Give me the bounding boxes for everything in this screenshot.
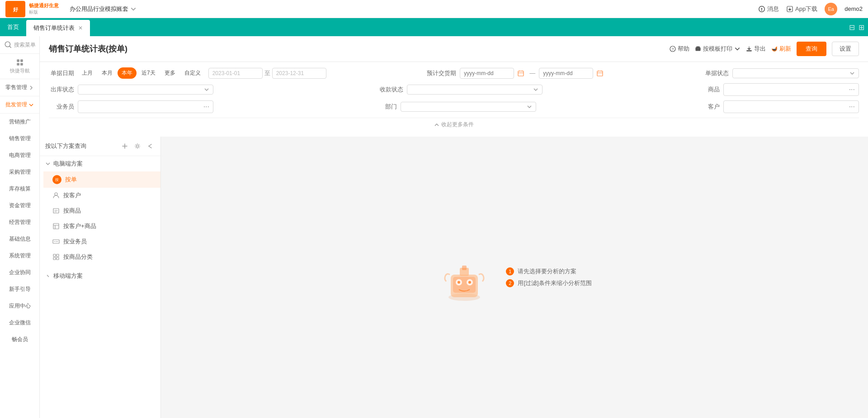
salesperson-select[interactable]: ···: [78, 100, 213, 113]
expected-date-range: —: [460, 68, 605, 79]
salesperson-label: 业务员: [49, 103, 74, 111]
tab-sales-order-stats[interactable]: 销售订单统计表 ✕: [26, 20, 90, 36]
date-btn-this-month[interactable]: 本月: [98, 67, 117, 79]
customer-select[interactable]: ···: [723, 100, 859, 113]
left-panel-settings[interactable]: [132, 141, 142, 151]
expected-date-label: 预计交货期: [425, 69, 456, 77]
date-range-start[interactable]: [208, 68, 263, 79]
query-button[interactable]: 查询: [797, 42, 826, 56]
order-status-select[interactable]: [732, 68, 859, 78]
workspace-selector[interactable]: 办公用品行业模拟账套: [70, 5, 137, 13]
date-btn-more[interactable]: 更多: [160, 67, 179, 79]
sidebar-ecommerce[interactable]: 电商管理: [0, 147, 39, 164]
svg-rect-7: [20, 63, 23, 66]
payment-select[interactable]: [407, 85, 542, 95]
content-area: 销售订单统计表(按单) ? 帮助 按模板打印 导出 刷新: [40, 36, 868, 418]
delivery-select[interactable]: [78, 85, 213, 95]
main-layout: 搜索菜单 快捷导航 零售管理 批发管理 营销推广 销售管理 电商管理: [0, 36, 868, 418]
date-btn-custom[interactable]: 自定义: [180, 67, 205, 79]
expected-date-end[interactable]: [539, 68, 593, 79]
tree-item-by-goods[interactable]: 按商品: [43, 203, 160, 218]
sidebar-marketing[interactable]: 营销推广: [0, 114, 39, 130]
left-panel-title: 按以下方案查询: [45, 142, 117, 150]
sidebar-search-label: 搜索菜单: [14, 41, 36, 49]
date-range-end[interactable]: [272, 68, 326, 79]
filter-section: 单据日期 上月 本月 本年 近7天 更多 自定义 至 预计交货期: [40, 62, 868, 137]
empty-tip-1: 1 请先选择要分析的方案: [506, 267, 591, 276]
app-subtitle: 标版: [29, 9, 59, 15]
sidebar-newbie[interactable]: 新手引导: [0, 281, 39, 298]
expected-date-start[interactable]: [460, 68, 514, 79]
empty-tip-2: 2 用[过滤]条件来缩小分析范围: [506, 279, 591, 287]
sidebar-system[interactable]: 系统管理: [0, 247, 39, 264]
svg-rect-12: [518, 71, 524, 76]
template-print-button[interactable]: 按模板打印: [695, 45, 741, 53]
avatar-text: Ea: [828, 6, 834, 12]
date-btn-this-year[interactable]: 本年: [118, 67, 137, 79]
sidebar-retail-label: 零售管理: [5, 84, 27, 91]
tip-num-1: 1: [506, 267, 514, 276]
tree-item-by-order[interactable]: 按 按单: [43, 171, 160, 188]
date-btn-7days[interactable]: 近7天: [137, 67, 160, 79]
sidebar-wholesale[interactable]: 批发管理: [0, 96, 39, 113]
set-button[interactable]: 设置: [832, 42, 859, 56]
collapse-filter[interactable]: 收起更多条件: [49, 118, 859, 131]
sidebar-basic[interactable]: 基础信息: [0, 231, 39, 247]
sidebar-operation[interactable]: 经营管理: [0, 214, 39, 231]
tree-item-by-customer[interactable]: 按客户: [43, 188, 160, 203]
export-label: 导出: [754, 45, 766, 53]
user-name: demo2: [844, 5, 863, 12]
sidebar-app-center[interactable]: 应用中心: [0, 298, 39, 314]
help-button[interactable]: ? 帮助: [670, 45, 689, 53]
sidebar-sales[interactable]: 销售管理: [0, 130, 39, 147]
goods-select[interactable]: ···: [723, 83, 859, 96]
sidebar-operation-label: 经营管理: [9, 218, 31, 226]
empty-illustration: [437, 250, 491, 305]
svg-rect-18: [53, 223, 59, 229]
sidebar-marketing-label: 营销推广: [9, 118, 31, 126]
department-select[interactable]: [401, 102, 536, 112]
sidebar-app-center-label: 应用中心: [9, 302, 31, 310]
sidebar-purchase[interactable]: 采购管理: [0, 164, 39, 180]
help-label: 帮助: [678, 45, 689, 53]
tab-minimize-icon[interactable]: ⊟: [849, 23, 855, 32]
message-action[interactable]: 消息: [758, 5, 779, 13]
tab-close-icon[interactable]: ✕: [78, 25, 83, 31]
date-btn-last-month[interactable]: 上月: [78, 67, 97, 79]
sidebar-finance[interactable]: 资金管理: [0, 197, 39, 214]
delivery-label: 出库状态: [49, 86, 74, 94]
svg-text:好: 好: [13, 7, 19, 12]
sidebar-retail[interactable]: 零售管理: [0, 79, 39, 96]
tip-text-2: 用[过滤]条件来缩小分析范围: [518, 279, 591, 287]
tab-home[interactable]: 首页: [0, 18, 26, 36]
tree-item-by-customer-goods[interactable]: 按客户+商品: [43, 218, 160, 234]
sidebar-enterprise[interactable]: 企业协同: [0, 264, 39, 281]
app-download-label: App下载: [795, 5, 817, 13]
tree-item-by-category[interactable]: 按商品分类: [43, 249, 160, 265]
sidebar-enterprise-wechat[interactable]: 企业微信: [0, 314, 39, 331]
app-download-action[interactable]: App下载: [786, 5, 817, 13]
svg-rect-11: [697, 49, 699, 50]
sidebar-wholesale-label: 批发管理: [5, 101, 27, 109]
svg-rect-32: [462, 266, 467, 270]
left-panel-add[interactable]: [120, 141, 130, 151]
export-button[interactable]: 导出: [746, 45, 766, 53]
svg-point-14: [137, 145, 139, 147]
user-avatar[interactable]: Ea: [825, 3, 837, 15]
sidebar-member[interactable]: 畅会员: [0, 331, 39, 348]
salesperson-dots[interactable]: ···: [203, 103, 209, 111]
pc-section-header[interactable]: 电脑端方案: [40, 156, 160, 171]
left-panel-collapse[interactable]: [145, 141, 155, 151]
goods-label: 商品: [707, 86, 720, 94]
sidebar-member-label: 畅会员: [12, 336, 28, 343]
sidebar-quick-nav[interactable]: 快捷导航: [0, 54, 39, 79]
tree-item-by-salesperson[interactable]: 按业务员: [43, 234, 160, 249]
refresh-button[interactable]: 刷新: [771, 45, 791, 53]
customer-dots[interactable]: ···: [849, 103, 855, 111]
svg-rect-23: [57, 257, 59, 260]
mobile-section-header[interactable]: 移动端方案: [40, 268, 160, 284]
sidebar-search[interactable]: 搜索菜单: [0, 36, 39, 54]
goods-dots[interactable]: ···: [849, 86, 855, 94]
tab-maximize-icon[interactable]: ⊞: [859, 23, 864, 32]
sidebar-inventory[interactable]: 库存核算: [0, 180, 39, 197]
